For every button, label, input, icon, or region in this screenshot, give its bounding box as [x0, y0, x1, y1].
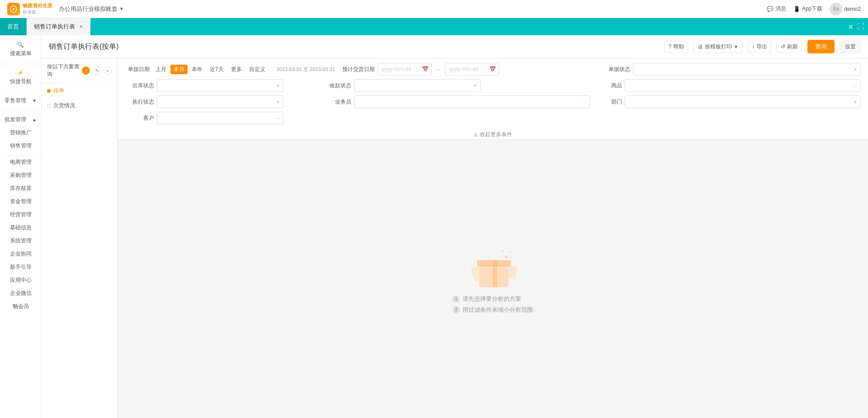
- collapse-panel-button[interactable]: «: [104, 66, 112, 75]
- sidebar-item-appcenter[interactable]: 应用中心: [0, 274, 41, 287]
- sales-input[interactable]: ···: [354, 95, 590, 108]
- sidebar-item-newguide[interactable]: 新手引导: [0, 261, 41, 274]
- left-panel: 按以下方案查询 + ✎ « 按单: [42, 58, 118, 418]
- refresh-button[interactable]: ↺ 刷新: [777, 41, 802, 53]
- payment-label: 收款状态: [326, 82, 351, 90]
- tab-home[interactable]: 首页: [0, 18, 27, 35]
- sidebar-item-system[interactable]: 系统管理: [0, 234, 41, 247]
- chevron-down-icon: ▼: [119, 6, 124, 11]
- add-scheme-button[interactable]: +: [82, 66, 90, 75]
- sidebar-nav: ⚡ 快捷导航: [0, 64, 41, 91]
- export-icon: ↓: [752, 43, 755, 50]
- sidebar-item-wechat[interactable]: 企业微信: [0, 287, 41, 300]
- close-window-button[interactable]: ✕: [848, 23, 854, 31]
- filter-row-2: 出库状态 ▼ 收款状态 ▼ 商品: [118, 79, 868, 95]
- collapse-filters-button[interactable]: ∧ 收起更多条件: [118, 128, 868, 139]
- settings-button[interactable]: 设置: [840, 41, 861, 53]
- help-button[interactable]: ? 帮助: [664, 41, 688, 53]
- left-panel-header: 按以下方案查询 + ✎ «: [42, 58, 117, 83]
- app-selector[interactable]: 办公用品行业模拟账套 ▼: [56, 4, 127, 14]
- date-tab-custom[interactable]: 自定义: [246, 65, 269, 74]
- goods-group: 商品 ···: [597, 79, 861, 92]
- sidebar-item-purchase[interactable]: 采购管理: [0, 169, 41, 182]
- header-right: 💬 消息 📱 App下载 Ea demo2: [767, 3, 861, 15]
- customer-label: 客户: [125, 114, 154, 122]
- dept-group: 部门 ▼: [597, 95, 861, 108]
- sidebar: 🔍 搜索菜单 ⚡ 快捷导航 零售管理 ▼ 批发管理 ▲ 营销推广: [0, 35, 42, 418]
- tab-close-icon[interactable]: ×: [80, 24, 83, 30]
- app-download-action[interactable]: 📱 App下载: [793, 5, 822, 13]
- sidebar-item-ecommerce[interactable]: 电商管理: [0, 156, 41, 169]
- sidebar-search: 🔍 搜索菜单: [0, 35, 41, 64]
- sidebar-item-enterprise[interactable]: 企业协同: [0, 247, 41, 261]
- export-button[interactable]: ↓ 导出: [748, 41, 771, 53]
- date-tab-more[interactable]: 更多: [228, 65, 245, 74]
- sidebar-item-inventory[interactable]: 库存核算: [0, 182, 41, 195]
- status-label: 单据状态: [605, 66, 630, 73]
- status-filter-group: 单据状态 ▼: [605, 63, 861, 76]
- edit-scheme-button[interactable]: ✎: [93, 66, 101, 75]
- customer-input[interactable]: ···: [157, 112, 283, 124]
- sidebar-item-quicknav[interactable]: ⚡ 快捷导航: [0, 67, 41, 88]
- sidebar-item-sales[interactable]: 销售管理: [0, 139, 41, 152]
- svg-rect-3: [493, 260, 497, 287]
- more-dots-icon: ···: [581, 98, 587, 105]
- date-filter-group: 单据日期 上月 本月 本年 近7天 更多 自定义 2023-03-01 至 20…: [125, 65, 335, 74]
- maximize-button[interactable]: ⛶: [857, 23, 864, 31]
- predicted-date-label: 预计交货日期: [342, 66, 375, 73]
- date-tab-thismonth[interactable]: 本月: [170, 65, 188, 74]
- exec-select[interactable]: ▼: [157, 95, 283, 108]
- user-profile[interactable]: Ea demo2: [830, 3, 861, 15]
- filter-row-1: 单据日期 上月 本月 本年 近7天 更多 自定义 2023-03-01 至 20…: [118, 58, 868, 79]
- dept-select[interactable]: ▼: [625, 95, 861, 108]
- hint-num-2: 2: [453, 306, 460, 314]
- quicknav-icon: ⚡: [17, 70, 24, 76]
- date-tab-thisyear[interactable]: 本年: [189, 65, 206, 74]
- sales-label: 业务员: [326, 98, 351, 106]
- predicted-date-start[interactable]: yyyy-mm-dd 📅: [377, 63, 432, 76]
- filter-row-3: 执行状态 ▼ 业务员 ··· 部门: [118, 95, 868, 112]
- message-action[interactable]: 💬 消息: [767, 5, 786, 13]
- payment-group: 收款状态 ▼: [326, 79, 590, 92]
- delivery-select[interactable]: ▼: [157, 79, 283, 92]
- right-content: 单据日期 上月 本月 本年 近7天 更多 自定义 2023-03-01 至 20…: [118, 58, 868, 418]
- sidebar-item-operation[interactable]: 经营管理: [0, 208, 41, 221]
- calendar-end-icon: 📅: [489, 66, 496, 72]
- tab-active[interactable]: 销售订单执行表 ×: [27, 18, 90, 35]
- delivery-group: 出库状态 ▼: [125, 79, 319, 92]
- date-tab-lastmonth[interactable]: 上月: [152, 65, 170, 74]
- chevron-icon: ▼: [32, 98, 37, 103]
- date-tabs: 上月 本月 本年 近7天 更多 自定义: [152, 65, 269, 74]
- date-tab-7days[interactable]: 近7天: [207, 65, 227, 74]
- sidebar-item-basic[interactable]: 基础信息: [0, 221, 41, 234]
- predicted-date-group: 预计交货日期 yyyy-mm-dd 📅 — yyyy-mm-dd 📅: [342, 63, 598, 76]
- customer-group: 客户 ···: [125, 112, 319, 124]
- empty-illustration: [470, 244, 515, 290]
- chevron-down-icon: ▼: [276, 100, 280, 104]
- scheme-item-single[interactable]: 按单: [42, 83, 117, 98]
- more-icon: ···: [852, 82, 858, 89]
- sidebar-item-retail[interactable]: 零售管理 ▼: [0, 94, 41, 107]
- sidebar-item-member[interactable]: 畅会员: [0, 300, 41, 313]
- help-icon: ?: [668, 43, 671, 50]
- goods-input[interactable]: ···: [625, 79, 861, 92]
- payment-select[interactable]: ▼: [354, 79, 481, 92]
- sidebar-item-marketing[interactable]: 营销推广: [0, 126, 41, 139]
- sales-group: 业务员 ···: [326, 95, 590, 108]
- predicted-date-end[interactable]: yyyy-mm-dd 📅: [445, 63, 499, 76]
- sidebar-item-wholesale[interactable]: 批发管理 ▲: [0, 113, 41, 126]
- active-dot: [47, 89, 51, 93]
- sidebar-item-finance[interactable]: 资金管理: [0, 195, 41, 208]
- logo-text: 畅捷通好生意 标准版: [23, 2, 52, 15]
- status-select[interactable]: ▼: [633, 63, 861, 76]
- date-range-display: 2023-03-01 至 2023-03-31: [277, 66, 335, 73]
- edit-icon: ✎: [95, 68, 99, 74]
- print-button[interactable]: 🖨 按模板打印 ▼: [693, 41, 742, 53]
- chevron-down-icon: ▼: [473, 83, 477, 88]
- print-dropdown-icon: ▼: [734, 44, 738, 49]
- download-icon: 📱: [793, 6, 800, 12]
- sidebar-item-search[interactable]: 🔍 搜索菜单: [4, 39, 38, 60]
- scheme-item-shortage[interactable]: 欠货情况: [42, 98, 117, 113]
- avatar: Ea: [830, 3, 842, 15]
- query-button[interactable]: 查询: [807, 40, 835, 53]
